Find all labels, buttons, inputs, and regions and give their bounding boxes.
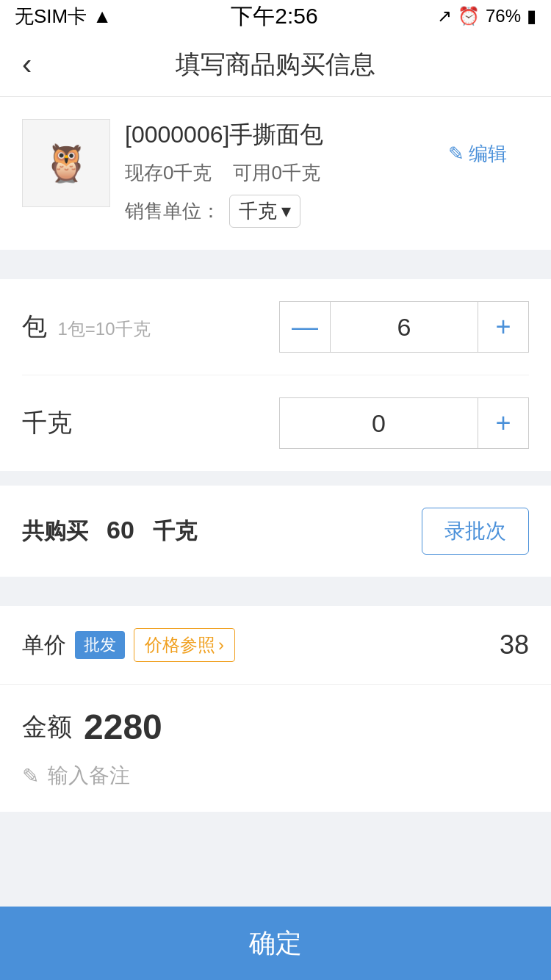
package-label: 包 <box>22 312 47 340</box>
edit-icon: ✎ <box>448 143 464 165</box>
price-label: 单价 <box>22 630 66 660</box>
page-title: 填写商品购买信息 <box>176 48 375 82</box>
battery-icon: ▮ <box>527 6 536 26</box>
quantity-section: 包 1包=10千克 — + 千克 + <box>0 279 551 471</box>
price-value: 38 <box>500 630 529 660</box>
location-icon: ↗ <box>437 6 452 26</box>
chevron-right-icon: › <box>218 635 224 655</box>
status-left: 无SIM卡 ▲ <box>15 4 112 29</box>
kilogram-label-group: 千克 <box>22 406 72 440</box>
unit-label: 销售单位： <box>125 198 220 224</box>
price-ref-button[interactable]: 价格参照 › <box>134 628 235 662</box>
package-hint: 1包=10千克 <box>57 319 150 339</box>
unit-value: 千克 <box>239 198 277 224</box>
kilogram-plus-button[interactable]: + <box>478 397 529 449</box>
price-badge: 批发 <box>75 631 125 659</box>
wifi-icon: ▲ <box>93 5 112 28</box>
no-sim-text: 无SIM卡 <box>15 4 87 29</box>
product-unit-row: 销售单位： 千克 ▾ <box>125 195 529 228</box>
summary-text: 共购买 60 千克 <box>22 516 197 547</box>
stock-text: 现存0千克 <box>125 162 212 184</box>
package-controls: — + <box>279 301 529 353</box>
edit-label: 编辑 <box>469 141 507 167</box>
summary-quantity: 60 <box>107 516 134 544</box>
confirm-button[interactable]: 确定 <box>0 907 551 980</box>
amount-value: 2280 <box>84 707 162 747</box>
section-divider-2 <box>0 471 551 486</box>
nav-bar: ‹ 填写商品购买信息 <box>0 32 551 97</box>
kilogram-row: 千克 + <box>22 375 529 471</box>
battery-text: 76% <box>486 6 521 26</box>
status-time: 下午2:56 <box>231 1 317 32</box>
product-image: 🦉 <box>22 119 110 207</box>
alarm-icon: ⏰ <box>458 6 480 26</box>
price-ref-label: 价格参照 <box>145 633 215 657</box>
summary-unit: 千克 <box>153 519 197 543</box>
kilogram-controls: + <box>279 397 529 449</box>
edit-button[interactable]: ✎ 编辑 <box>448 141 507 167</box>
product-card: 🦉 [0000006]手撕面包 现存0千克 可用0千克 销售单位： 千克 ▾ ✎… <box>0 97 551 250</box>
batch-button[interactable]: 录批次 <box>422 508 529 555</box>
price-section: 单价 批发 价格参照 › 38 <box>0 606 551 684</box>
section-divider-3 <box>0 591 551 606</box>
pencil-icon: ✎ <box>22 764 39 788</box>
summary-prefix: 共购买 <box>22 519 88 543</box>
status-bar: 无SIM卡 ▲ 下午2:56 ↗ ⏰ 76% ▮ <box>0 0 551 32</box>
price-left: 单价 批发 价格参照 › <box>22 628 235 662</box>
package-input[interactable] <box>331 301 478 353</box>
summary-section: 共购买 60 千克 录批次 <box>0 486 551 577</box>
package-plus-button[interactable]: + <box>478 301 529 353</box>
amount-label: 金额 <box>22 710 72 744</box>
amount-section: 金额 2280 ✎ 输入备注 <box>0 684 551 812</box>
kilogram-label: 千克 <box>22 408 72 436</box>
back-button[interactable]: ‹ <box>22 48 32 81</box>
section-divider-1 <box>0 264 551 279</box>
remark-placeholder: 输入备注 <box>48 762 130 790</box>
unit-dropdown[interactable]: 千克 ▾ <box>229 195 300 228</box>
chevron-down-icon: ▾ <box>281 200 291 223</box>
status-right: ↗ ⏰ 76% ▮ <box>437 6 536 26</box>
product-icon: 🦉 <box>43 142 89 184</box>
package-minus-button[interactable]: — <box>279 301 331 353</box>
available-text: 可用0千克 <box>233 162 320 184</box>
amount-row: 金额 2280 <box>22 707 529 747</box>
package-label-group: 包 1包=10千克 <box>22 310 151 344</box>
remark-row[interactable]: ✎ 输入备注 <box>22 762 529 790</box>
kilogram-input[interactable] <box>279 397 478 449</box>
package-row: 包 1包=10千克 — + <box>22 279 529 375</box>
